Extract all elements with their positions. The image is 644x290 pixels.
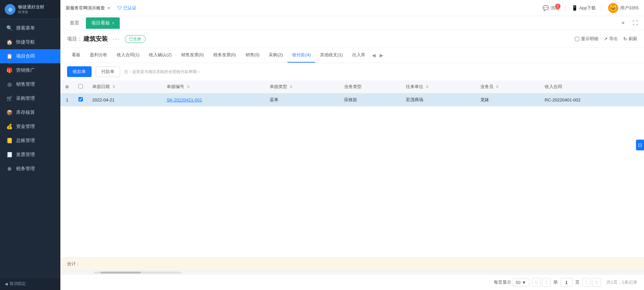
user-profile-button[interactable]: 🐱 用户3355 [608, 3, 639, 13]
sidebar-item-search[interactable]: 🔍 搜索菜单 [0, 21, 60, 35]
current-page-input[interactable] [560, 278, 573, 287]
sidebar-item-marketing[interactable]: 🎁 营销推广 [0, 63, 60, 77]
refresh-button[interactable]: ↻ 刷新 [623, 36, 637, 42]
sub-tab-purchase[interactable]: 采购(2) [264, 48, 287, 63]
app-download-button[interactable]: 📱 App下载 [572, 5, 596, 11]
sub-tab-income-confirm[interactable]: 收入确认(2) [144, 48, 176, 63]
app-name: 畅捷通好业财 [18, 4, 44, 10]
next-page-button[interactable]: ⟩ [582, 278, 591, 287]
status-badge: 已生效 [125, 35, 146, 43]
show-detail-checkbox[interactable]: 显示明细 [575, 36, 598, 42]
phone-icon: 📱 [572, 5, 578, 11]
invoice-icon: 🧾 [6, 151, 13, 158]
sub-tab-stock[interactable]: 出入库 [347, 48, 370, 63]
sort-icon: ⇅ [112, 85, 115, 89]
sidebar-item-label: 总账管理 [16, 138, 35, 144]
topbar-right: 💬 消息 1 📱 App下载 🐱 用户3355 [543, 3, 639, 13]
sidebar-item-purchase[interactable]: 🛒 采购管理 [0, 91, 60, 105]
th-gear[interactable]: ⚙ [60, 80, 74, 93]
window-maximize-button[interactable]: ⛶ [631, 18, 640, 28]
th-type[interactable]: 单据类型 ⇅ [265, 80, 339, 93]
sidebar-item-invoice[interactable]: 🧾 发票管理 [0, 148, 60, 162]
sidebar-nav: 🔍 搜索菜单 🏠 快捷导航 📋 项目合同 🎁 营销推广 ◎ 销售管理 🛒 采购管… [0, 19, 60, 277]
page-size-dropdown[interactable]: 50 ▼ [513, 279, 529, 286]
sub-tab-profit[interactable]: 盈利分析 [85, 48, 112, 63]
message-icon: 💬 [543, 5, 549, 11]
th-date[interactable]: 单据日期 ⇅ [88, 80, 162, 93]
show-detail-input[interactable] [575, 37, 579, 41]
table-header-row: ⚙ 单据日期 ⇅ 单据编号 ⇅ 单据类型 [60, 80, 644, 93]
td-income-contract: RC-20220401-002 [540, 93, 644, 106]
chevron-down-icon: ▼ [107, 6, 111, 10]
sub-tab-next-arrow[interactable]: ▶ [378, 49, 385, 62]
table-container[interactable]: ⚙ 单据日期 ⇅ 单据编号 ⇅ 单据类型 [60, 80, 644, 257]
page-size-selector[interactable]: 每页显示 50 ▼ [494, 279, 529, 286]
td-number[interactable]: SK-20220421-001 [162, 93, 265, 106]
last-page-button[interactable]: ⟩⟩ [592, 278, 601, 287]
sidebar-item-finance[interactable]: 💰 资金管理 [0, 120, 60, 134]
project-more-button[interactable]: ··· [113, 35, 120, 43]
tab-project-kanban[interactable]: 项目看板 × [86, 17, 120, 29]
sidebar-item-label: 库存核算 [16, 110, 35, 116]
purchase-icon: 🛒 [6, 95, 13, 102]
td-salesperson: 龙妹 [476, 93, 540, 106]
page-navigation: ⟨⟨ ⟨ 第 页 ⟩ ⟩⟩ [532, 278, 601, 287]
project-header: 项目： 建筑安装 ··· 已生效 显示明细 ↗ 导出 ↻ 刷新 [60, 30, 644, 48]
sidebar-logo: ⊕ 畅捷通好业财 标准版 [0, 0, 60, 19]
first-page-button[interactable]: ⟨⟨ [532, 278, 541, 287]
sidebar-item-label: 项目合同 [16, 53, 35, 59]
sub-tab-tax-invoice[interactable]: 税务发票(0) [209, 48, 241, 63]
tab-home[interactable]: 首页 [64, 17, 85, 29]
messages-button[interactable]: 💬 消息 1 [543, 5, 559, 11]
sidebar-item-sales[interactable]: ◎ 销售管理 [0, 77, 60, 91]
receipt-filter-button[interactable]: 收款单 [67, 66, 92, 77]
topbar-left: 新服务官网演示账套 ▼ 🛡 已认证 [66, 5, 543, 11]
inventory-icon: 📦 [6, 109, 13, 116]
sidebar-item-contract[interactable]: 📋 项目合同 [0, 49, 60, 63]
th-check [74, 80, 88, 93]
payment-filter-button[interactable]: 付款单 [96, 66, 120, 77]
sidebar-item-label: 销售管理 [16, 81, 35, 87]
row-checkbox[interactable] [78, 97, 83, 101]
scroll-track[interactable] [94, 272, 181, 274]
record-link[interactable]: SK-20220421-001 [167, 97, 202, 102]
sub-tab-income-contract[interactable]: 收入合同(1) [112, 48, 144, 63]
sidebar-item-quicknav[interactable]: 🏠 快捷导航 [0, 35, 60, 49]
th-partner[interactable]: 往来单位 ⇅ [401, 80, 476, 93]
floating-panel-toggle[interactable]: ⊡ [636, 140, 644, 150]
sidebar-item-inventory[interactable]: 📦 库存核算 [0, 105, 60, 120]
tabs-right: × ⛶ [619, 18, 640, 28]
th-salesperson[interactable]: 业务员 ⇅ [476, 80, 540, 93]
table-row[interactable]: 1 2022-04-21 SK-20220421-001 蓝单 应收款 宏茂商场… [60, 93, 644, 106]
scroll-thumb[interactable] [101, 272, 141, 274]
account-selector[interactable]: 新服务官网演示账套 ▼ [66, 5, 111, 11]
sidebar-item-tax[interactable]: ⊗ 税务管理 [0, 162, 60, 176]
finance-icon: 💰 [6, 123, 13, 130]
sub-tab-receipt[interactable]: 收付款(4) [287, 48, 315, 63]
window-close-button[interactable]: × [619, 18, 628, 28]
account-name: 新服务官网演示账套 [66, 5, 105, 11]
export-button[interactable]: ↗ 导出 [604, 36, 618, 42]
sub-tab-sales[interactable]: 销售(0) [241, 48, 264, 63]
tab-close-icon[interactable]: × [112, 21, 114, 25]
td-check[interactable] [74, 93, 88, 106]
shield-icon: 🛡 [117, 5, 122, 11]
sub-tab-prev-arrow[interactable]: ◀ [370, 49, 378, 62]
sidebar: ⊕ 畅捷通好业财 标准版 🔍 搜索菜单 🏠 快捷导航 📋 项目合同 🎁 营销推广… [0, 0, 60, 290]
summary-bar: 合计： [60, 257, 644, 270]
sidebar-item-label: 搜索菜单 [16, 25, 35, 31]
project-actions: 显示明细 ↗ 导出 ↻ 刷新 [575, 36, 637, 42]
select-all-checkbox[interactable] [78, 84, 83, 88]
topbar: 新服务官网演示账套 ▼ 🛡 已认证 💬 消息 1 📱 App下载 🐱 用 [60, 0, 644, 16]
sidebar-item-ledger[interactable]: 📒 总账管理 [0, 134, 60, 148]
content-area: 项目： 建筑安装 ··· 已生效 显示明细 ↗ 导出 ↻ 刷新 [60, 30, 644, 290]
unpin-icon: ◀ [5, 282, 8, 286]
prev-page-button[interactable]: ⟨ [542, 278, 551, 287]
contract-icon: 📋 [6, 53, 13, 60]
scroll-area[interactable] [60, 270, 644, 274]
sidebar-unpin-button[interactable]: ◀ 取消固定 [0, 277, 60, 290]
th-number[interactable]: 单据编号 ⇅ [162, 80, 265, 93]
sub-tab-kanban[interactable]: 看板 [67, 48, 85, 63]
sub-tab-other-income[interactable]: 其他收支(1) [315, 48, 347, 63]
sub-tab-sales-invoice[interactable]: 销售发票(0) [176, 48, 209, 63]
